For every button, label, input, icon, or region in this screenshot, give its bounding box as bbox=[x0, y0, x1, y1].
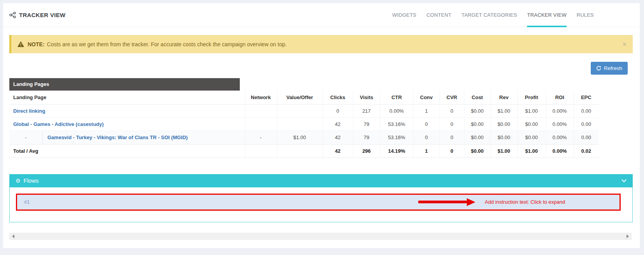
flows-title: Flows bbox=[24, 177, 39, 184]
cell-clicks: 42 bbox=[323, 131, 353, 144]
col-value-offer: Value/Offer bbox=[277, 91, 323, 104]
cell-ctr: 14.19% bbox=[380, 144, 413, 157]
flows-panel: ⚙ Flows #1 Add instruction text: Click t… bbox=[9, 174, 633, 222]
table-row: Direct linking 0 217 0.00% 1 0 $0.00 $1.… bbox=[9, 104, 599, 117]
col-cost: Cost bbox=[464, 91, 490, 104]
cell-rev: $1.00 bbox=[490, 144, 517, 157]
close-icon[interactable]: × bbox=[622, 41, 627, 48]
tab-rules[interactable]: RULES bbox=[577, 3, 594, 27]
cell-clicks: 0 bbox=[323, 104, 353, 117]
annotation-text: Add instruction text: Click to expand bbox=[485, 199, 565, 205]
flows-header[interactable]: ⚙ Flows bbox=[9, 174, 633, 187]
cell-epc: 0.00 bbox=[574, 117, 599, 131]
cell-roi: 0.00% bbox=[546, 117, 574, 131]
cell-ctr: 53.16% bbox=[380, 131, 413, 144]
cell-conv: 0 bbox=[413, 131, 440, 144]
cell-visits: 296 bbox=[353, 144, 380, 157]
cell-rev: $1.00 bbox=[490, 104, 517, 117]
cell-ctr: 53.16% bbox=[380, 117, 413, 131]
tab-target-categories[interactable]: TARGET CATEGORIES bbox=[461, 3, 517, 27]
cell-profit: $0.00 bbox=[517, 117, 546, 131]
title-wrap: TRACKER VIEW bbox=[9, 12, 65, 18]
col-rev: Rev bbox=[490, 91, 517, 104]
cell-epc: 0.00 bbox=[574, 104, 599, 117]
col-landing-page: Landing Page bbox=[9, 91, 245, 104]
col-clicks: Clicks bbox=[323, 91, 353, 104]
scroll-left-icon[interactable] bbox=[12, 234, 14, 238]
sub-prefix: - bbox=[9, 131, 43, 144]
col-roi: ROI bbox=[546, 91, 574, 104]
warning-icon bbox=[17, 41, 24, 47]
refresh-button[interactable]: Refresh bbox=[591, 62, 628, 75]
note-banner: NOTE: Costs are as we get them from the … bbox=[9, 35, 633, 53]
cell-value-offer: $1.00 bbox=[277, 131, 323, 144]
card-header: TRACKER VIEW WIDGETS CONTENT TARGET CATE… bbox=[3, 3, 640, 27]
cell-visits: 79 bbox=[353, 131, 380, 144]
chevron-down-icon[interactable] bbox=[621, 179, 627, 182]
flow-annotation: Add instruction text: Click to expand bbox=[418, 198, 620, 206]
toolbar-row: Refresh bbox=[9, 62, 633, 75]
total-label: Total / Avg bbox=[9, 148, 38, 154]
flows-body: #1 Add instruction text: Click to expand bbox=[9, 187, 633, 222]
refresh-label: Refresh bbox=[604, 65, 622, 71]
note-text: Costs are as we get them from the tracke… bbox=[47, 41, 287, 47]
page-title: TRACKER VIEW bbox=[19, 12, 65, 18]
cell-value-offer bbox=[277, 144, 323, 157]
landing-pages-panel-title: Landing Pages bbox=[9, 78, 240, 91]
cell-roi: 0.00% bbox=[546, 144, 574, 157]
cell-clicks: 42 bbox=[323, 144, 353, 157]
col-visits: Visits bbox=[353, 91, 380, 104]
cell-value-offer bbox=[277, 104, 323, 117]
col-epc: EPC bbox=[574, 91, 599, 104]
landing-pages-table: Landing Page Network Value/Offer Clicks … bbox=[9, 91, 599, 158]
scroll-right-icon[interactable] bbox=[627, 234, 629, 238]
col-conv: Conv bbox=[413, 91, 440, 104]
cell-ctr: 0.00% bbox=[380, 104, 413, 117]
note-label: NOTE: bbox=[28, 41, 45, 47]
share-icon bbox=[9, 12, 16, 18]
cell-cost: $0.00 bbox=[464, 144, 490, 157]
cell-roi: 0.00% bbox=[546, 131, 574, 144]
cell-conv: 1 bbox=[413, 144, 440, 157]
cell-value-offer bbox=[277, 117, 323, 131]
cell-conv: 1 bbox=[413, 104, 440, 117]
cell-cost: $0.00 bbox=[464, 117, 490, 131]
table-total-row: Total / Avg 42 296 14.19% 1 0 $0.00 $1.0… bbox=[9, 144, 599, 157]
cell-conv: 0 bbox=[413, 117, 440, 131]
col-ctr: CTR bbox=[380, 91, 413, 104]
cell-profit: $1.00 bbox=[517, 104, 546, 117]
cell-epc: 0.02 bbox=[574, 144, 599, 157]
landing-page-link[interactable]: Direct linking bbox=[9, 108, 45, 114]
table-header-row: Landing Page Network Value/Offer Clicks … bbox=[9, 91, 599, 104]
cell-cost: $0.00 bbox=[464, 131, 490, 144]
tab-bar: WIDGETS CONTENT TARGET CATEGORIES TRACKE… bbox=[392, 3, 594, 27]
cell-network: - bbox=[245, 131, 277, 144]
cell-network bbox=[245, 144, 277, 157]
col-profit: Profit bbox=[517, 91, 546, 104]
landing-page-link[interactable]: Gamesvid - Turkey - Vikings: War of Clan… bbox=[47, 131, 188, 144]
horizontal-scrollbar[interactable] bbox=[9, 233, 632, 240]
gear-icon: ⚙ bbox=[16, 178, 21, 183]
cell-rev: $0.00 bbox=[490, 117, 517, 131]
cell-profit: $0.00 bbox=[517, 131, 546, 144]
flow-row-label: #1 bbox=[24, 199, 30, 205]
sub-landing-cell: - Gamesvid - Turkey - Vikings: War of Cl… bbox=[9, 131, 245, 144]
cell-clicks: 42 bbox=[323, 117, 353, 131]
tab-widgets[interactable]: WIDGETS bbox=[392, 3, 416, 27]
annotation-arrow-icon bbox=[418, 198, 475, 206]
landing-page-link[interactable]: Global - Games - Adictive (casestudy) bbox=[9, 121, 104, 127]
cell-cvr: 0 bbox=[440, 104, 464, 117]
cell-profit: $1.00 bbox=[517, 144, 546, 157]
tracker-view-card: TRACKER VIEW WIDGETS CONTENT TARGET CATE… bbox=[3, 3, 640, 248]
table-row: Global - Games - Adictive (casestudy) 42… bbox=[9, 117, 599, 131]
card-body: NOTE: Costs are as we get them from the … bbox=[3, 35, 640, 240]
tab-content[interactable]: CONTENT bbox=[426, 3, 451, 27]
cell-roi: 0.00% bbox=[546, 104, 574, 117]
flow-row-1[interactable]: #1 Add instruction text: Click to expand bbox=[16, 194, 621, 211]
cell-cvr: 0 bbox=[440, 144, 464, 157]
cell-network bbox=[245, 104, 277, 117]
cell-cvr: 0 bbox=[440, 117, 464, 131]
cell-visits: 217 bbox=[353, 104, 380, 117]
col-network: Network bbox=[245, 91, 277, 104]
tab-tracker-view[interactable]: TRACKER VIEW bbox=[527, 3, 566, 27]
